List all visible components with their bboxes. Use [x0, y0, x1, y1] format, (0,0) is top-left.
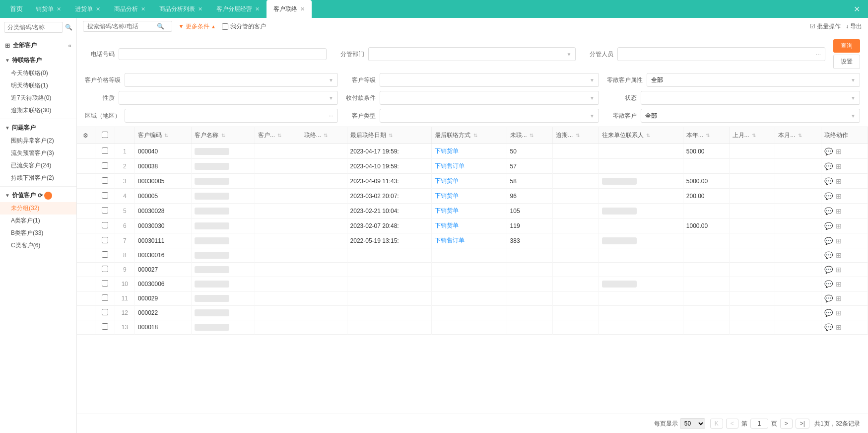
sidebar-item-today[interactable]: 今天待联络(0): [0, 67, 76, 79]
tab-purchase-order[interactable]: 进货单 ✕: [68, 0, 107, 18]
chat-icon[interactable]: 💬: [824, 309, 833, 317]
last-page-button[interactable]: >|: [796, 419, 809, 429]
row-checkbox-cell[interactable]: [95, 159, 115, 174]
grid-action-icon[interactable]: ⊞: [836, 266, 842, 274]
th-settings[interactable]: ⚙: [77, 127, 95, 144]
tab-product-analysis-list[interactable]: 商品分析列表 ✕: [152, 0, 209, 18]
row-checkbox[interactable]: [102, 162, 108, 169]
tab-close-segment[interactable]: ✕: [255, 6, 260, 12]
chat-icon[interactable]: 💬: [824, 162, 833, 170]
grid-action-icon[interactable]: ⊞: [836, 147, 842, 155]
sidebar-item-overdue[interactable]: 逾期未联络(30): [0, 104, 76, 117]
chat-icon[interactable]: 💬: [824, 294, 833, 302]
grid-action-icon[interactable]: ⊞: [836, 177, 842, 185]
contact-method-link[interactable]: 下销货单: [435, 177, 459, 184]
retail-customer-select[interactable]: 全部 ▼: [641, 109, 860, 123]
row-last-contact-method[interactable]: [432, 306, 507, 320]
contact-method-link[interactable]: 下销货单: [435, 207, 459, 214]
row-last-contact-method[interactable]: [432, 320, 507, 335]
row-checkbox-cell[interactable]: [95, 233, 115, 248]
tab-close-sales[interactable]: ✕: [57, 6, 61, 12]
first-page-button[interactable]: K: [710, 419, 723, 429]
chat-icon[interactable]: 💬: [824, 192, 833, 200]
row-checkbox-cell[interactable]: [95, 218, 115, 233]
grid-action-icon[interactable]: ⊞: [836, 192, 842, 200]
chat-icon[interactable]: 💬: [824, 251, 833, 259]
row-checkbox[interactable]: [102, 192, 108, 199]
next-page-button[interactable]: >: [780, 419, 793, 429]
grid-action-icon[interactable]: ⊞: [836, 294, 842, 302]
row-checkbox[interactable]: [102, 309, 108, 315]
row-checkbox-cell[interactable]: [95, 189, 115, 204]
tab-customer-segment[interactable]: 客户分层经营 ✕: [209, 0, 267, 18]
th-this-year[interactable]: 本年... ⇅: [683, 127, 729, 144]
row-last-contact-method[interactable]: [432, 263, 507, 277]
tab-close-purchase[interactable]: ✕: [96, 6, 100, 12]
tab-close-analysis-list[interactable]: ✕: [198, 6, 202, 12]
filter-more-button[interactable]: ▼ 更多条件 ▲: [178, 22, 216, 31]
sidebar-item-warning[interactable]: 流失预警客户(3): [0, 147, 76, 159]
chat-icon[interactable]: 💬: [824, 266, 833, 274]
price-level-select[interactable]: ▼: [125, 73, 338, 87]
row-last-contact-method[interactable]: 下销货单: [432, 174, 507, 189]
tab-product-analysis[interactable]: 商品分析 ✕: [107, 0, 152, 18]
tab-close-analysis[interactable]: ✕: [141, 6, 145, 12]
sidebar-all-customers[interactable]: ⊞ 全部客户 «: [0, 37, 76, 54]
filter-search-input[interactable]: [87, 23, 157, 30]
chat-icon[interactable]: 💬: [824, 147, 833, 155]
sidebar-item-abnormal[interactable]: 囤购异常客户(2): [0, 135, 76, 147]
batch-operation-button[interactable]: ☑ 批量操作: [810, 22, 841, 31]
grid-action-icon[interactable]: ⊞: [836, 309, 842, 317]
sidebar-item-b-class[interactable]: B类客户(33): [0, 227, 76, 239]
contact-method-link[interactable]: 下销货单: [435, 222, 459, 229]
manager-dots[interactable]: ···: [816, 51, 821, 58]
tab-home[interactable]: 首页: [4, 4, 29, 13]
select-all-checkbox[interactable]: [102, 132, 108, 138]
sidebar-item-c-class[interactable]: C类客户(6): [0, 239, 76, 252]
sidebar-item-a-class[interactable]: A类客户(1): [0, 215, 76, 227]
row-last-contact-method[interactable]: 下销货单: [432, 204, 507, 218]
grid-action-icon[interactable]: ⊞: [836, 162, 842, 170]
grid-action-icon[interactable]: ⊞: [836, 280, 842, 288]
customer-level-select[interactable]: ▼: [380, 73, 599, 87]
sidebar-item-declining[interactable]: 持续下滑客户(2): [0, 172, 76, 184]
grid-action-icon[interactable]: ⊞: [836, 323, 842, 331]
tab-customer-contact[interactable]: 客户联络 ✕: [267, 0, 312, 18]
export-button[interactable]: ↓ 导出: [846, 22, 862, 31]
filter-my-customers[interactable]: 我分管的客户: [222, 22, 266, 31]
sidebar-item-tomorrow[interactable]: 明天待联络(1): [0, 79, 76, 92]
query-button[interactable]: 查询: [833, 39, 860, 53]
row-last-contact-method[interactable]: [432, 291, 507, 306]
th-contact[interactable]: 联络... ⇅: [301, 127, 347, 144]
sidebar-item-7days[interactable]: 近7天待联络(0): [0, 92, 76, 104]
reset-button[interactable]: 设置: [833, 55, 860, 69]
filter-search-icon[interactable]: 🔍: [157, 23, 164, 30]
th-not-contacted[interactable]: 未联... ⇅: [507, 127, 553, 144]
th-code[interactable]: 客户编码 ⇅: [135, 127, 192, 144]
row-checkbox[interactable]: [102, 266, 108, 272]
th-last-contact-date[interactable]: 最后联络日期 ⇅: [347, 127, 432, 144]
row-last-contact-method[interactable]: [432, 248, 507, 263]
chat-icon[interactable]: 💬: [824, 237, 833, 245]
payment-select[interactable]: ▼: [380, 91, 599, 105]
row-checkbox-cell[interactable]: [95, 291, 115, 306]
customer-type-select[interactable]: ▼: [380, 109, 599, 123]
grid-action-icon[interactable]: ⊞: [836, 251, 842, 259]
row-checkbox-cell[interactable]: [95, 277, 115, 291]
gender-select[interactable]: ▼: [119, 91, 338, 105]
my-customers-checkbox[interactable]: [222, 23, 228, 30]
row-checkbox[interactable]: [102, 294, 108, 301]
row-checkbox[interactable]: [102, 280, 108, 287]
grid-action-icon[interactable]: ⊞: [836, 222, 842, 230]
per-page-select[interactable]: 50 20 100: [680, 418, 705, 429]
sidebar-collapse-icon[interactable]: «: [68, 42, 71, 49]
row-last-contact-method[interactable]: [432, 277, 507, 291]
th-type[interactable]: 客户... ⇅: [255, 127, 301, 144]
th-last-contact-method[interactable]: 最后联络方式 ⇅: [432, 127, 507, 144]
phone-input[interactable]: [119, 48, 327, 60]
row-checkbox[interactable]: [102, 147, 108, 154]
row-checkbox[interactable]: [102, 177, 108, 184]
row-checkbox-cell[interactable]: [95, 204, 115, 218]
row-checkbox[interactable]: [102, 323, 108, 330]
department-select[interactable]: ▼: [368, 47, 576, 61]
